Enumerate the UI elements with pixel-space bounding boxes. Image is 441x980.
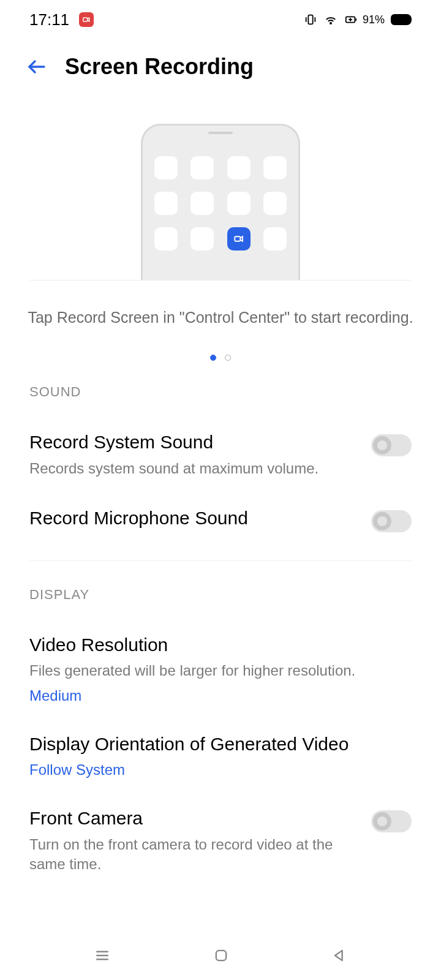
status-time: 17:11 <box>29 10 69 29</box>
battery-saver-icon <box>344 13 358 26</box>
status-bar: 17:11 91% <box>0 0 441 39</box>
menu-icon <box>93 946 111 965</box>
setting-subtitle: Records system sound at maximum volume. <box>29 459 356 478</box>
svg-rect-1 <box>308 15 312 24</box>
setting-video-resolution[interactable]: Video Resolution Files generated will be… <box>0 621 441 720</box>
setting-title: Video Resolution <box>29 633 412 657</box>
app-placeholder-icon <box>190 192 214 215</box>
wifi-icon <box>323 12 338 27</box>
app-placeholder-icon <box>227 156 251 179</box>
app-placeholder-icon <box>154 227 178 251</box>
app-placeholder-icon <box>190 156 214 179</box>
hint-text: Tap Record Screen in "Control Center" to… <box>0 281 441 355</box>
square-icon <box>213 947 230 964</box>
svg-rect-3 <box>235 236 240 241</box>
nav-home-button[interactable] <box>213 947 230 964</box>
setting-subtitle: Files generated will be larger for highe… <box>29 661 412 680</box>
setting-value: Medium <box>29 687 412 704</box>
app-placeholder-icon <box>190 227 214 251</box>
setting-title: Display Orientation of Generated Video <box>29 733 412 756</box>
battery-percent: 91% <box>363 13 385 26</box>
record-screen-app-icon <box>227 227 251 251</box>
svg-rect-4 <box>216 951 226 960</box>
carousel-dot[interactable] <box>225 355 231 361</box>
app-placeholder-icon <box>154 156 178 179</box>
app-placeholder-icon <box>227 192 251 215</box>
screen-record-indicator-icon <box>79 12 94 27</box>
triangle-left-icon <box>331 947 348 964</box>
status-left: 17:11 <box>29 10 94 29</box>
setting-text: Record Microphone Sound <box>29 507 356 530</box>
vibrate-icon <box>304 13 317 26</box>
section-display-label: DISPLAY <box>0 576 441 621</box>
phone-mock <box>141 124 300 280</box>
setting-text: Front Camera Turn on the front camera to… <box>29 807 356 874</box>
setting-record-mic-sound[interactable]: Record Microphone Sound <box>0 494 441 548</box>
status-right: 91% <box>304 12 412 27</box>
divider <box>29 560 412 561</box>
back-button[interactable] <box>26 56 48 78</box>
nav-recent-button[interactable] <box>93 946 111 965</box>
app-grid <box>154 156 287 251</box>
app-placeholder-icon <box>263 192 287 215</box>
app-placeholder-icon <box>263 227 287 251</box>
setting-value: Follow System <box>29 761 412 778</box>
toggle-record-mic-sound[interactable] <box>371 510 412 532</box>
setting-subtitle: Turn on the front camera to record video… <box>29 835 356 875</box>
page-title: Screen Recording <box>65 54 254 80</box>
setting-display-orientation[interactable]: Display Orientation of Generated Video F… <box>0 720 441 795</box>
app-placeholder-icon <box>154 192 178 215</box>
carousel-dot-active[interactable] <box>210 355 216 361</box>
setting-text: Video Resolution Files generated will be… <box>29 633 412 704</box>
setting-text: Record System Sound Records system sound… <box>29 431 356 478</box>
setting-title: Record System Sound <box>29 431 356 454</box>
toggle-record-system-sound[interactable] <box>371 434 412 456</box>
section-sound-label: SOUND <box>0 373 441 418</box>
svg-rect-0 <box>83 18 88 21</box>
setting-text: Display Orientation of Generated Video F… <box>29 733 412 779</box>
setting-title: Front Camera <box>29 807 356 830</box>
header: Screen Recording <box>0 39 441 94</box>
setting-title: Record Microphone Sound <box>29 507 356 530</box>
setting-front-camera[interactable]: Front Camera Turn on the front camera to… <box>0 794 441 890</box>
illustration <box>0 94 441 280</box>
navigation-bar <box>0 931 441 980</box>
nav-back-button[interactable] <box>331 947 348 964</box>
carousel-dots[interactable] <box>0 355 441 373</box>
arrow-left-icon <box>26 56 48 78</box>
battery-icon <box>391 14 412 25</box>
app-placeholder-icon <box>263 156 287 179</box>
setting-record-system-sound[interactable]: Record System Sound Records system sound… <box>0 418 441 494</box>
toggle-front-camera[interactable] <box>371 810 412 832</box>
